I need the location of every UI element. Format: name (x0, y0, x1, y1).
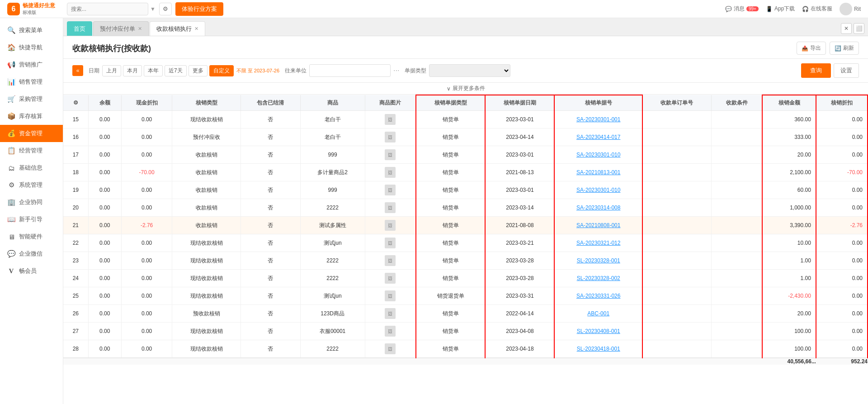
cell-verify-amount: 60.00 (762, 181, 816, 199)
app-download-button[interactable]: 📱 App下载 (766, 5, 795, 13)
sidebar-item-system[interactable]: ⚙ 系统管理 (0, 176, 63, 194)
query-button[interactable]: 查询 (801, 63, 831, 78)
cell-collection-order-no (642, 146, 711, 164)
sidebar-item-finance[interactable]: 💰 资金管理 (0, 125, 63, 142)
voucher-no-link[interactable]: SA-20230301-010 (576, 152, 620, 158)
sidebar-item-hardware[interactable]: 🖥 智能硬件 (0, 228, 63, 245)
sidebar-item-inventory[interactable]: 📦 库存核算 (0, 108, 63, 125)
voucher-no-link[interactable]: SL-20230328-002 (577, 275, 620, 281)
cell-product: 多计量商品2 (300, 164, 365, 181)
cell-verify-discount: 0.00 (816, 270, 868, 287)
expand-more-button[interactable]: ∨ 展开更多条件 (447, 85, 485, 92)
logo-icon: 6 (7, 3, 20, 15)
voucher-no-link[interactable]: ABC-001 (587, 310, 609, 317)
tab-collection[interactable]: 收款核销执行 ✕ (150, 21, 205, 36)
hardware-icon: 🖥 (7, 233, 15, 241)
date-btn-7days[interactable]: 近7天 (165, 65, 187, 76)
cell-product: 衣服00001 (300, 323, 365, 340)
voucher-no-link[interactable]: SA-20230321-012 (576, 240, 620, 246)
refresh-label: 刷新 (843, 44, 854, 52)
sidebar-item-member[interactable]: V 畅会员 (0, 262, 63, 280)
voucher-type-select[interactable] (429, 64, 510, 77)
dropdown-arrow-icon[interactable]: ▼ (150, 6, 156, 12)
cell-balance: 0.00 (88, 252, 121, 270)
filter-date-group: 日期 上月 本月 本年 近7天 更多 自定义 不限 至 2023-07-26 (89, 65, 279, 76)
cell-voucher-date: 2023-03-01 (485, 111, 554, 128)
tab-prepay-close-icon[interactable]: ✕ (138, 26, 142, 32)
sidebar-item-basic-info[interactable]: 🗂 基础信息 (0, 159, 63, 176)
cell-verify-type: 收款核销 (172, 164, 241, 181)
cell-include-settled: 否 (241, 270, 300, 287)
cell-collection-order-no (642, 234, 711, 252)
voucher-no-link[interactable]: SL-20230418-001 (577, 346, 620, 352)
voucher-no-link[interactable]: SA-20210813-001 (576, 169, 620, 176)
voucher-no-link[interactable]: SL-20230408-001 (577, 328, 620, 334)
tab-maximize-button[interactable]: ⬜ (854, 23, 864, 34)
cell-include-settled: 否 (241, 164, 300, 181)
message-button[interactable]: 💬 消息 99+ (725, 5, 759, 13)
sidebar-item-operations[interactable]: 📋 经营管理 (0, 142, 63, 159)
cell-voucher-type: 销货单 (416, 323, 485, 340)
cell-product: 123D商品 (300, 305, 365, 323)
table-row: 20 0.00 0.00 收款核销 否 2222 🖼 销货单 2023-03-1… (63, 199, 868, 217)
date-btn-last-month[interactable]: 上月 (102, 65, 121, 76)
industry-button[interactable]: 体验行业方案 (175, 2, 223, 16)
voucher-no-link[interactable]: SA-20230414-017 (576, 134, 620, 140)
sidebar-item-guide[interactable]: 📖 新手引导 (0, 211, 63, 228)
cell-voucher-type: 销货单 (416, 270, 485, 287)
sidebar-item-wechat[interactable]: 💬 企业微信 (0, 245, 63, 262)
user-area[interactable]: Rit (840, 3, 861, 15)
cell-collection-order-no (642, 128, 711, 146)
voucher-no-link[interactable]: SA-20230314-008 (576, 204, 620, 211)
cell-voucher-date: 2023-04-08 (485, 323, 554, 340)
setting-button[interactable]: 设置 (834, 63, 859, 78)
sidebar-item-enterprise[interactable]: 🏢 企业协同 (0, 194, 63, 211)
date-btn-custom[interactable]: 自定义 (209, 65, 234, 76)
cell-verify-amount: 20.00 (762, 305, 816, 323)
voucher-no-link[interactable]: SA-20230331-026 (576, 293, 620, 299)
system-icon: ⚙ (7, 181, 15, 189)
date-btn-this-month[interactable]: 本月 (123, 65, 142, 76)
voucher-no-link[interactable]: SA-20230301-010 (576, 187, 620, 193)
sidebar-item-label: 快捷导航 (19, 43, 42, 52)
cell-row-num: 18 (63, 164, 88, 181)
cell-balance: 0.00 (88, 287, 121, 305)
from-input[interactable] (309, 64, 391, 77)
voucher-no-link[interactable]: SA-20210808-001 (576, 222, 620, 228)
export-button[interactable]: 📤 导出 (797, 42, 826, 55)
date-btn-more[interactable]: 更多 (189, 65, 208, 76)
cell-verify-amount: 1.00 (762, 252, 816, 270)
cell-verify-amount: 1.00 (762, 270, 816, 287)
cell-verify-amount: -2,430.00 (762, 287, 816, 305)
tab-home[interactable]: 首页 (67, 21, 92, 36)
sidebar-item-purchase[interactable]: 🛒 采购管理 (0, 90, 63, 108)
cell-product: 2222 (300, 252, 365, 270)
cell-cash-discount: -2.76 (121, 217, 172, 234)
cell-collection-condition (711, 252, 762, 270)
service-button[interactable]: 🎧 在线客服 (802, 5, 832, 13)
refresh-button[interactable]: 🔄 刷新 (830, 42, 859, 55)
tab-close-button[interactable]: ✕ (841, 23, 852, 34)
filter-collapse-button[interactable]: « (72, 65, 83, 76)
sidebar-item-sales[interactable]: 📊 销售管理 (0, 73, 63, 90)
cell-balance: 0.00 (88, 199, 121, 217)
tab-prepay[interactable]: 预付冲应付单 ✕ (93, 21, 149, 36)
voucher-no-link[interactable]: SL-20230328-001 (577, 257, 620, 264)
date-btn-this-year[interactable]: 本年 (144, 65, 163, 76)
gear-button[interactable]: ⚙ (159, 3, 172, 15)
cell-verify-discount: 0.00 (816, 181, 868, 199)
cell-voucher-date: 2023-03-01 (485, 181, 554, 199)
search-input[interactable] (67, 3, 148, 15)
cell-balance: 0.00 (88, 323, 121, 340)
top-bar-right: 💬 消息 99+ 📱 App下载 🎧 在线客服 Rit (725, 3, 861, 15)
cell-row-num: 19 (63, 181, 88, 199)
sidebar-item-search-menu[interactable]: 🔍 搜索菜单 (0, 22, 63, 39)
voucher-no-link[interactable]: SA-20230301-001 (576, 116, 620, 123)
sidebar-item-quick-nav[interactable]: 🏠 快捷导航 (0, 39, 63, 56)
tab-collection-close-icon[interactable]: ✕ (194, 26, 198, 32)
cell-cash-discount: -70.00 (121, 164, 172, 181)
cell-voucher-no: SA-20230301-010 (554, 181, 642, 199)
sidebar-item-marketing[interactable]: 📢 营销推广 (0, 56, 63, 73)
settings-col-icon[interactable]: ⚙ (73, 100, 78, 106)
cell-include-settled: 否 (241, 305, 300, 323)
